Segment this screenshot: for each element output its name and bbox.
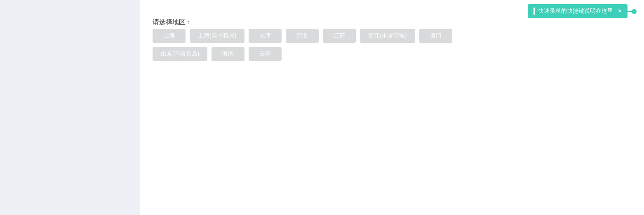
region-row-1: 上海上海(电子税局)天津河北江苏浙江(不含宁波)厦门 [153,29,632,43]
tooltip-accent [534,7,535,15]
region-btn-tianjin[interactable]: 天津 [249,29,282,43]
region-btn-hebei[interactable]: 河北 [286,29,319,43]
main-content: 请选择地区： 上海上海(电子税局)天津河北江苏浙江(不含宁波)厦门 山东(不含青… [140,0,644,215]
region-btn-yunnan[interactable]: 云南 [249,47,282,61]
tooltip-close-button[interactable]: × [618,8,622,14]
region-btn-xiamen[interactable]: 厦门 [419,29,452,43]
tooltip-connector-dot [632,9,637,14]
section-label: 请选择地区： [153,18,192,27]
region-btn-hainan[interactable]: 海南 [212,47,244,61]
region-btn-shandong[interactable]: 山东(不含青岛) [153,47,207,61]
region-btn-shanghai-etax[interactable]: 上海(电子税局) [190,29,244,43]
region-btn-shanghai[interactable]: 上海 [153,29,186,43]
tooltip-bar: 快速录单的快捷键说明在这里 × [528,4,628,18]
left-sidebar [0,0,140,215]
tooltip-text: 快速录单的快捷键说明在这里 [538,7,613,15]
region-buttons-container: 上海上海(电子税局)天津河北江苏浙江(不含宁波)厦门 山东(不含青岛)海南云南 [153,29,632,65]
region-row-2: 山东(不含青岛)海南云南 [153,47,632,61]
region-btn-jiangsu[interactable]: 江苏 [323,29,356,43]
region-btn-zhejiang[interactable]: 浙江(不含宁波) [360,29,415,43]
